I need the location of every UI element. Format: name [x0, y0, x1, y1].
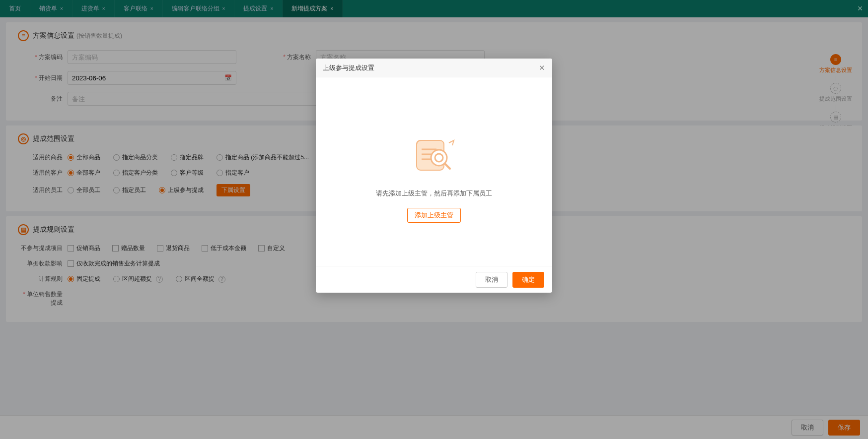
modal-ok-button[interactable]: 确定 [512, 272, 544, 288]
modal-cancel-button[interactable]: 取消 [476, 272, 507, 288]
add-supervisor-button[interactable]: 添加上级主管 [407, 208, 461, 223]
modal-empty-text: 请先添加上级主管，然后再添加下属员工 [376, 189, 492, 198]
supervisor-modal: 上级参与提成设置 ✕ 请先添加上级主管，然后再添加下属员工 添加上级主管 取消 … [316, 59, 552, 293]
svg-line-6 [445, 164, 450, 169]
modal-close-icon[interactable]: ✕ [539, 63, 545, 72]
modal-title: 上级参与提成设置 [323, 63, 374, 72]
empty-illustration-icon [404, 130, 464, 180]
